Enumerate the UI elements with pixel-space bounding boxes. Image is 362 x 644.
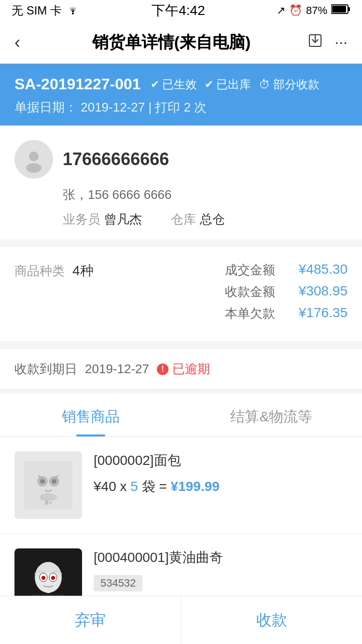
customer-contact: 张，156 6666 6666 [14, 186, 348, 203]
bottom-bar: 弃审 收款 [0, 596, 362, 644]
sim-status: 无 SIM 卡 [12, 3, 62, 18]
page-title: 销货单详情(来自电脑) [43, 31, 299, 54]
nav-bar: ‹ 销货单详情(来自电脑) ··· [0, 21, 362, 64]
deal-amount-row: 成交金额 ¥485.30 [225, 262, 348, 279]
product-sku-2: 534532 [94, 575, 142, 591]
customer-top: 17666666666 [14, 140, 348, 179]
product-name-1: [0000002]面包 [94, 451, 348, 470]
product-count-item: 商品种类 4种 [14, 262, 94, 280]
deal-amount-label: 成交金额 [225, 262, 275, 279]
check-icon-2: ✔ [205, 78, 213, 91]
status-partial: ⏱ 部分收款 [259, 77, 320, 92]
tab-settlement[interactable]: 结算&物流等 [181, 393, 362, 436]
status-effective: ✔ 已生效 [151, 77, 197, 92]
sales-name: 曾凡杰 [104, 211, 142, 228]
svg-point-7 [26, 163, 42, 173]
customer-meta: 业务员 曾凡杰 仓库 总仓 [14, 211, 348, 228]
more-icon[interactable]: ··· [334, 33, 348, 51]
collect-payment-button[interactable]: 收款 [181, 596, 362, 644]
clock-icon: ⏱ [259, 78, 270, 91]
avatar [14, 140, 53, 179]
product-price-1: ¥40 x 5 袋 = ¥199.99 [94, 477, 348, 496]
deal-amount-value: ¥485.30 [290, 262, 348, 279]
tabs-section: 销售商品 结算&物流等 [0, 393, 362, 437]
received-label: 收款金额 [225, 283, 275, 300]
svg-point-6 [29, 152, 39, 161]
svg-point-19 [42, 576, 45, 580]
product-image-1: 兽+ [14, 451, 82, 519]
debt-label: 本单欠款 [225, 305, 275, 322]
summary-section: 商品种类 4种 成交金额 ¥485.30 收款金额 ¥308.95 本单欠款 ¥… [0, 247, 362, 341]
order-header: SA-20191227-001 ✔ 已生效 ✔ 已出库 ⏱ 部分收款 单据日期：… [0, 64, 362, 126]
wifi-icon [66, 4, 80, 17]
due-section: 收款到期日 2019-12-27 ! 已逾期 [0, 349, 362, 390]
warehouse-name: 总仓 [200, 211, 225, 228]
tab-products[interactable]: 销售商品 [0, 393, 181, 436]
order-id: SA-20191227-001 [14, 75, 141, 93]
svg-rect-3 [332, 6, 346, 13]
svg-point-0 [72, 13, 74, 14]
status-shipped: ✔ 已出库 [205, 77, 251, 92]
warehouse-label: 仓库 [171, 211, 196, 228]
received-value: ¥308.95 [290, 283, 348, 300]
overdue-badge: ! 已逾期 [157, 361, 210, 378]
customer-name: 17666666666 [63, 149, 169, 169]
debt-value: ¥176.35 [290, 305, 348, 322]
received-row: 收款金额 ¥308.95 [225, 283, 348, 300]
location-icon: ↗ [277, 4, 285, 17]
list-item: 兽+ [0000002]面包 ¥40 x 5 袋 = ¥199.99 [0, 437, 362, 534]
svg-point-20 [51, 576, 55, 580]
overdue-icon: ! [157, 364, 168, 375]
summary-left: 商品种类 4种 [14, 262, 94, 280]
due-date: 2019-12-27 [85, 362, 149, 377]
summary-row: 商品种类 4种 成交金额 ¥485.30 收款金额 ¥308.95 本单欠款 ¥… [14, 262, 348, 327]
product-name-2: [000400001]黄油曲奇 [94, 548, 348, 567]
svg-text:兽+: 兽+ [44, 500, 52, 505]
back-button[interactable]: ‹ [14, 32, 43, 53]
order-date-line: 单据日期： 2019-12-27 | 打印 2 次 [14, 99, 348, 116]
summary-right: 成交金额 ¥485.30 收款金额 ¥308.95 本单欠款 ¥176.35 [225, 262, 348, 327]
status-right: ↗ ⏰ 87% [277, 4, 350, 17]
status-badges: ✔ 已生效 ✔ 已出库 ⏱ 部分收款 [151, 77, 320, 92]
product-info-1: [0000002]面包 ¥40 x 5 袋 = ¥199.99 [94, 451, 348, 496]
check-icon: ✔ [151, 78, 159, 91]
sales-label: 业务员 [63, 211, 100, 228]
product-total-1: ¥199.99 [171, 479, 220, 494]
cancel-review-button[interactable]: 弃审 [0, 596, 181, 644]
debt-row: 本单欠款 ¥176.35 [225, 305, 348, 322]
due-label: 收款到期日 [14, 361, 77, 378]
battery-icon [331, 4, 350, 17]
product-count: 4种 [72, 262, 94, 280]
customer-section: 17666666666 张，156 6666 6666 业务员 曾凡杰 仓库 总… [0, 126, 362, 239]
status-left: 无 SIM 卡 [12, 3, 80, 18]
nav-actions: ··· [299, 33, 348, 52]
product-placeholder-1: 兽+ [14, 451, 82, 519]
battery-level: 87% [306, 4, 327, 17]
alarm-icon: ⏰ [289, 4, 302, 17]
status-time: 下午4:42 [152, 1, 205, 20]
share-icon[interactable] [307, 33, 323, 52]
overdue-text: 已逾期 [172, 361, 210, 378]
product-type-label: 商品种类 [14, 263, 65, 280]
status-bar: 无 SIM 卡 下午4:42 ↗ ⏰ 87% [0, 0, 362, 21]
svg-rect-2 [348, 7, 350, 11]
product-qty-1: 5 [130, 479, 138, 494]
